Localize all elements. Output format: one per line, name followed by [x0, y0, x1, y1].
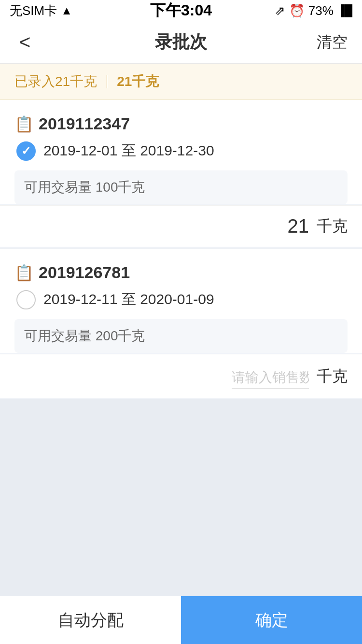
carrier-text: 无SIM卡	[10, 2, 57, 19]
nav-bar: < 录批次 清空	[0, 21, 362, 64]
check-icon-1: ✓	[21, 144, 31, 158]
batch-id-text-1: 2019112347	[39, 114, 130, 133]
input-row-1: 21 千克	[0, 205, 362, 247]
status-time: 下午3:04	[150, 0, 212, 21]
batch-date-1: 2019-12-01 至 2019-12-30	[43, 141, 214, 161]
batch-id-icon-1: 📋	[14, 115, 34, 133]
qty-unit-1: 千克	[317, 216, 348, 237]
battery-icon: ▐█	[337, 4, 352, 17]
alarm-icon: ⏰	[289, 3, 305, 18]
batch-header-1: 📋 2019112347	[14, 114, 348, 133]
content-area: 📋 2019112347 ✓ 2019-12-01 至 2019-12-30 可…	[0, 100, 362, 632]
available-qty-1: 可用交易量 100千克	[14, 170, 348, 204]
status-left: 无SIM卡 ▲	[10, 2, 72, 19]
available-qty-2: 可用交易量 200千克	[14, 319, 348, 353]
location-icon: ⇗	[275, 3, 285, 18]
clear-button[interactable]: 清空	[317, 32, 348, 53]
radio-button-1[interactable]: ✓	[16, 141, 36, 161]
auto-distribute-button[interactable]: 自动分配	[0, 596, 181, 644]
status-bar: 无SIM卡 ▲ 下午3:04 ⇗ ⏰ 73% ▐█	[0, 0, 362, 21]
input-row-2: 千克	[0, 354, 362, 398]
info-label: 已录入21千克	[14, 72, 97, 91]
wifi-icon: ▲	[61, 4, 72, 17]
qty-value-1: 21	[288, 215, 309, 237]
page-title: 录批次	[155, 30, 207, 54]
battery-text: 73%	[308, 3, 334, 18]
batch-date-row-1: ✓ 2019-12-01 至 2019-12-30	[14, 141, 348, 161]
batch-id-icon-2: 📋	[14, 264, 34, 282]
confirm-button[interactable]: 确定	[181, 596, 362, 644]
footer: 自动分配 确定	[0, 596, 362, 644]
batch-item-2: 📋 2019126781 2019-12-11 至 2020-01-09 可用交…	[0, 249, 362, 353]
info-divider	[107, 75, 107, 88]
qty-unit-2: 千克	[317, 366, 348, 387]
radio-button-2[interactable]	[16, 290, 36, 309]
status-right: ⇗ ⏰ 73% ▐█	[275, 3, 352, 18]
back-button[interactable]: <	[14, 27, 35, 58]
info-value: 21千克	[117, 72, 159, 91]
info-banner: 已录入21千克 21千克	[0, 64, 362, 100]
qty-input-2[interactable]	[232, 364, 309, 389]
batch-header-2: 📋 2019126781	[14, 263, 348, 282]
batch-item-1: 📋 2019112347 ✓ 2019-12-01 至 2019-12-30 可…	[0, 100, 362, 204]
batch-id-text-2: 2019126781	[39, 263, 130, 282]
batch-date-row-2: 2019-12-11 至 2020-01-09	[14, 290, 348, 309]
batch-date-2: 2019-12-11 至 2020-01-09	[43, 290, 214, 309]
